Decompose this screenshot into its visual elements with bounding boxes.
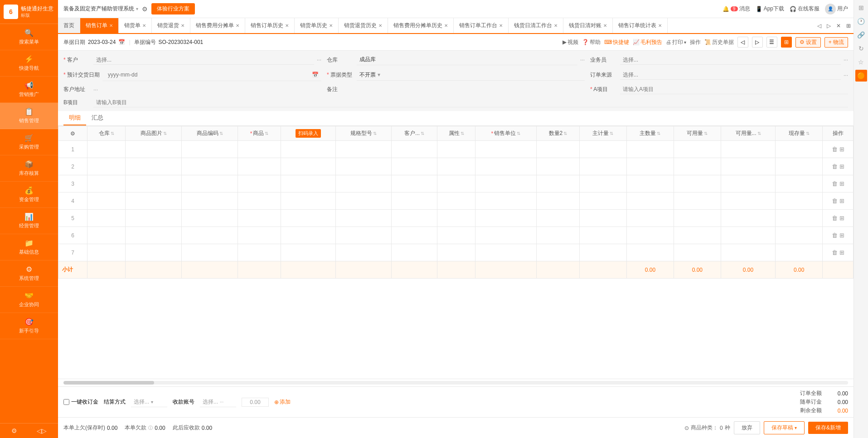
cell-image[interactable] [126,227,182,244]
tab-close-icon[interactable]: ✕ [329,23,333,28]
sort-icon[interactable]: ⇅ [657,131,660,136]
action-link[interactable]: 操作 [690,39,701,46]
cell-product[interactable] [238,175,281,193]
user-btn[interactable]: 👤 用户 [825,4,848,14]
cell-spec[interactable] [335,244,392,261]
cell-spec[interactable] [335,193,392,210]
cell-customer_code[interactable] [392,193,437,210]
sort-icon[interactable]: ⇅ [461,131,464,136]
cell-main_unit[interactable] [580,193,627,210]
cell-spec[interactable] [335,158,392,175]
cell-qty2[interactable] [536,175,579,193]
cell-available[interactable] [674,244,721,261]
tab-销货单历史[interactable]: 销货单历史✕ [295,18,339,33]
salesperson-more-icon[interactable]: ··· [844,57,848,63]
shortcut-link[interactable]: ⌨ 快捷键 [604,39,629,46]
rs-star-icon[interactable]: ☆ [855,56,867,68]
sort-icon[interactable]: ⇅ [111,131,114,136]
rs-refresh-icon[interactable]: ↻ [855,43,867,54]
add-logistics-button[interactable]: + 物流 [824,37,848,48]
cell-warehouse[interactable] [87,227,126,244]
sidebar-item-经营管理[interactable]: 📊经营管理 [0,208,58,234]
cell-product[interactable] [238,227,281,244]
print-dropdown-icon[interactable]: ▾ [684,40,686,45]
print-link[interactable]: 🖨 打印 ▾ [666,39,686,46]
save-new-button[interactable]: 保存&新增 [808,422,848,434]
warehouse-more-icon[interactable]: ··· [580,57,585,63]
tab-首页[interactable]: 首页 [58,18,80,33]
cell-image[interactable] [126,175,182,193]
cell-sales_unit[interactable] [475,193,537,210]
cell-stock[interactable] [776,193,823,210]
cell-image[interactable] [126,244,182,261]
cell-main_unit[interactable] [580,141,627,158]
cell-image[interactable] [126,141,182,158]
draft-dropdown-icon[interactable]: ▾ [795,425,797,430]
cell-sku_code[interactable] [182,141,238,158]
receipt-account-select[interactable]: 选择... ··· [200,397,236,407]
tab-销售费用分摊单[interactable]: 销售费用分摊单✕ [190,18,245,33]
customer-input[interactable] [93,55,314,65]
project-a-input[interactable] [620,85,848,94]
number-value[interactable]: SO-20230324-001 [159,39,204,45]
cell-product[interactable] [238,210,281,227]
sidebar-settings-icon[interactable]: ⚙ [11,427,17,434]
table-wrapper[interactable]: ⚙仓库⇅商品图片⇅商品编码⇅*商品⇅扫码录入规格型号⇅客户...⇅属性⇅*销售单… [58,126,853,379]
tab-close-icon[interactable]: ✕ [285,23,289,28]
tab-close-icon[interactable]: ✕ [658,23,662,28]
cell-scan[interactable] [281,175,335,193]
scan-button[interactable]: 扫码录入 [296,129,321,138]
sidebar-item-基础信息[interactable]: 📁基础信息 [0,234,58,260]
sort-icon[interactable]: ⇅ [373,131,377,136]
online-service-btn[interactable]: 🎧 在线客服 [790,5,820,13]
salesperson-input[interactable] [620,55,841,65]
tab-close-icon[interactable]: ✕ [554,23,558,28]
cell-sku_code[interactable] [182,210,238,227]
delete-icon[interactable]: 🗑 [832,215,838,221]
delete-icon[interactable]: 🗑 [832,197,838,204]
tab-close-icon[interactable]: ✕ [603,23,607,28]
cell-product[interactable] [238,193,281,210]
cell-settings[interactable]: 5 [58,210,87,227]
date-value[interactable]: 2023-03-24 [88,39,116,45]
cell-sku_code[interactable] [182,227,238,244]
cell-available[interactable] [674,227,721,244]
sidebar-item-采购管理[interactable]: 🛒采购管理 [0,129,58,155]
cell-scan[interactable] [281,244,335,261]
cell-main_unit[interactable] [580,244,627,261]
cell-spec[interactable] [335,175,392,193]
cell-main_unit[interactable] [580,210,627,227]
cell-stock[interactable] [776,175,823,193]
cell-sku_code[interactable] [182,193,238,210]
delete-icon[interactable]: 🗑 [832,249,838,256]
topbar-settings-icon[interactable]: ⚙ [142,5,148,13]
rs-active-icon[interactable]: 🟠 [855,70,867,82]
cell-image[interactable] [126,158,182,175]
cell-sales_unit[interactable] [475,175,537,193]
add-link[interactable]: ⊕ 添加 [274,398,291,406]
help-link[interactable]: ❓ 帮助 [582,39,601,46]
sort-icon[interactable]: ⇅ [517,131,520,136]
sidebar-item-系统管理[interactable]: ⚙系统管理 [0,260,58,287]
tab-close-icon[interactable]: ✕ [444,23,448,28]
cell-scan[interactable] [281,158,335,175]
cell-main_qty[interactable] [626,210,674,227]
cell-available2[interactable] [721,210,775,227]
cell-scan[interactable] [281,227,335,244]
cell-attribute[interactable] [437,244,475,261]
cell-sales_unit[interactable] [475,210,537,227]
tab-close-icon[interactable]: ✕ [109,23,113,28]
sort-icon[interactable]: ⇅ [806,131,810,136]
cell-qty2[interactable] [536,141,579,158]
cell-qty2[interactable] [536,193,579,210]
cell-customer_code[interactable] [392,158,437,175]
sort-icon[interactable]: ⇅ [421,131,424,136]
invoice-type-select[interactable]: 不开票 ▾ [357,70,585,81]
cell-image[interactable] [126,193,182,210]
tab-menu-icon[interactable]: ⊞ [844,21,853,31]
tab-prev-icon[interactable]: ◁ [815,21,824,31]
sidebar-item-销售管理[interactable]: 📋销售管理 [0,103,58,129]
cell-sku_code[interactable] [182,244,238,261]
order-source-more-icon[interactable]: ··· [844,72,848,78]
tab-销货退货历史[interactable]: 销货退货历史✕ [339,18,388,33]
